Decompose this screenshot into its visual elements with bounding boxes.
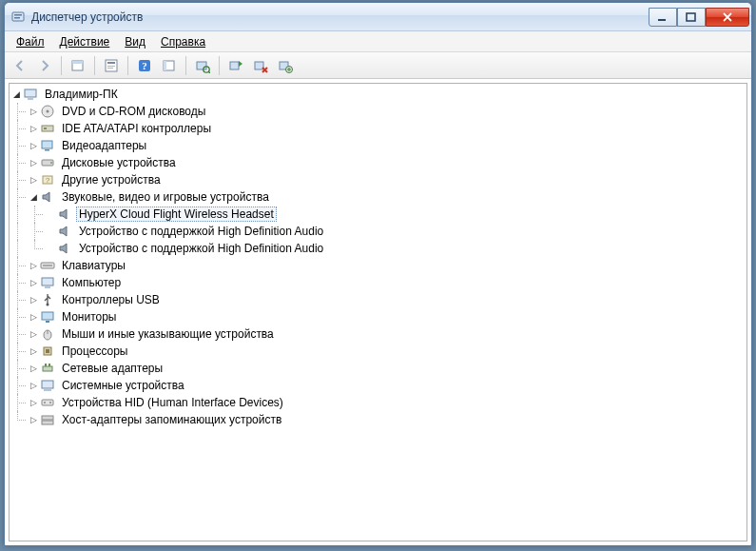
svg-rect-47 (48, 364, 50, 366)
usb-icon (40, 292, 55, 307)
svg-rect-49 (44, 389, 51, 391)
svg-rect-18 (230, 62, 239, 69)
svg-rect-39 (42, 312, 53, 320)
svg-rect-44 (46, 349, 49, 353)
tree-leaf-hda2[interactable]: Устройство с поддержкой High Definition … (10, 240, 746, 257)
toolbar: ? (5, 52, 751, 79)
tree-node-video[interactable]: ▷ Видеоадаптеры (10, 137, 746, 154)
tree-node-dvd[interactable]: ▷ DVD и CD-ROM дисководы (10, 103, 746, 120)
tree-node-mice[interactable]: ▷ Мыши и иные указывающие устройства (10, 325, 746, 343)
back-button[interactable] (9, 54, 31, 77)
computer-icon (40, 275, 55, 290)
collapse-arrow-icon[interactable]: ▷ (27, 394, 40, 411)
toolbar-separator (94, 56, 95, 75)
menu-file[interactable]: Файл (9, 31, 52, 51)
tree-node-hid[interactable]: ▷ Устройства HID (Human Interface Device… (10, 394, 746, 411)
menu-action[interactable]: Действие (52, 31, 118, 51)
toolbar-separator (61, 56, 62, 75)
window-buttons (649, 8, 749, 27)
svg-rect-35 (43, 265, 52, 266)
collapse-arrow-icon[interactable]: ▷ (27, 308, 40, 325)
properties-button[interactable] (100, 54, 123, 77)
tree-node-computer[interactable]: ▷ Компьютер (10, 274, 746, 291)
tree-root-label: Владимир-ПК (42, 87, 121, 102)
svg-rect-53 (42, 416, 53, 420)
tree-node-system[interactable]: ▷ Системные устройства (10, 377, 746, 394)
svg-line-17 (208, 71, 210, 73)
svg-rect-27 (44, 128, 47, 129)
collapse-arrow-icon[interactable]: ▷ (27, 343, 40, 360)
controller-icon (40, 121, 55, 136)
svg-rect-15 (197, 62, 206, 69)
minimize-button[interactable] (649, 8, 677, 27)
tree-node-cpu[interactable]: ▷ Процессоры (10, 343, 746, 360)
device-manager-window: Диспетчер устройств Файл Действие Вид Сп… (4, 2, 752, 546)
collapse-arrow-icon[interactable]: ▷ (27, 274, 40, 291)
selected-device-label: HyperX Cloud Flight Wireless Headset (76, 207, 277, 222)
tree-node-ide[interactable]: ▷ IDE ATA/ATAPI контроллеры (10, 120, 746, 137)
unknown-device-icon: ? (40, 172, 55, 187)
svg-point-31 (50, 162, 52, 164)
titlebar[interactable]: Диспетчер устройств (5, 3, 751, 31)
tree-node-keyboards[interactable]: ▷ Клавиатуры (10, 257, 746, 274)
collapse-arrow-icon[interactable]: ▷ (27, 325, 40, 343)
collapse-arrow-icon[interactable]: ▷ (27, 103, 40, 120)
collapse-arrow-icon[interactable]: ▷ (27, 291, 40, 308)
collapse-arrow-icon[interactable]: ▷ (27, 360, 40, 377)
collapse-arrow-icon[interactable]: ▷ (27, 411, 40, 428)
svg-text:?: ? (142, 60, 147, 71)
svg-rect-29 (45, 149, 49, 151)
svg-rect-46 (45, 364, 47, 366)
collapse-arrow-icon[interactable]: ▷ (27, 120, 40, 137)
tree-node-host[interactable]: ▷ Хост-адаптеры запоминающих устройств (10, 411, 746, 428)
tree-node-disk[interactable]: ▷ Дисковые устройства (10, 154, 746, 171)
tree-leaf-hda1[interactable]: Устройство с поддержкой High Definition … (10, 223, 746, 240)
collapse-arrow-icon[interactable]: ▷ (27, 137, 40, 154)
collapse-arrow-icon[interactable]: ▷ (27, 257, 40, 274)
scan-hardware-button[interactable] (191, 54, 214, 77)
svg-rect-14 (164, 61, 166, 70)
forward-button[interactable] (33, 54, 56, 77)
system-device-icon (40, 378, 55, 393)
hid-icon (40, 395, 55, 410)
tree-node-other[interactable]: ▷ ? Другие устройства (10, 171, 746, 188)
svg-rect-26 (42, 126, 53, 131)
disk-drive-icon (40, 155, 55, 170)
expand-arrow-icon[interactable]: ◢ (10, 86, 23, 103)
svg-point-38 (47, 304, 49, 306)
toggle-console-button[interactable] (158, 54, 181, 77)
toolbar-separator (127, 56, 128, 75)
computer-icon (23, 87, 38, 102)
tree-node-net[interactable]: ▷ Сетевые адаптеры (10, 360, 746, 377)
tree-leaf-hyperx[interactable]: HyperX Cloud Flight Wireless Headset (10, 206, 746, 223)
update-driver-button[interactable] (224, 54, 247, 77)
menu-view[interactable]: Вид (117, 31, 153, 51)
svg-rect-2 (14, 17, 20, 19)
expand-arrow-icon[interactable]: ◢ (27, 188, 40, 206)
speaker-icon (57, 241, 72, 256)
add-legacy-button[interactable] (274, 54, 297, 77)
tree-node-monitors[interactable]: ▷ Мониторы (10, 308, 746, 325)
collapse-arrow-icon[interactable]: ▷ (27, 377, 40, 394)
menubar: Файл Действие Вид Справка (5, 31, 751, 52)
speaker-icon (57, 224, 72, 239)
uninstall-button[interactable] (249, 54, 272, 77)
maximize-button[interactable] (677, 8, 706, 27)
app-icon (10, 10, 26, 25)
tree-root[interactable]: ◢ Владимир-ПК (10, 86, 746, 103)
collapse-arrow-icon[interactable]: ▷ (27, 154, 40, 171)
tree-node-sound[interactable]: ◢ Звуковые, видео и игровые устройства (10, 188, 746, 206)
collapse-arrow-icon[interactable]: ▷ (27, 171, 40, 188)
cpu-icon (40, 344, 55, 359)
svg-rect-9 (107, 66, 115, 67)
svg-rect-45 (43, 366, 52, 371)
device-tree[interactable]: ◢ Владимир-ПК ▷ DVD и CD-ROM дисководы ▷ (9, 83, 747, 541)
help-button[interactable]: ? (133, 54, 156, 77)
tree-node-usb[interactable]: ▷ Контроллеры USB (10, 291, 746, 308)
close-button[interactable] (706, 8, 749, 27)
speaker-icon (57, 207, 72, 222)
mouse-icon (40, 326, 55, 342)
menu-help[interactable]: Справка (153, 31, 213, 51)
show-hidden-button[interactable] (67, 54, 89, 77)
svg-point-52 (49, 402, 51, 403)
